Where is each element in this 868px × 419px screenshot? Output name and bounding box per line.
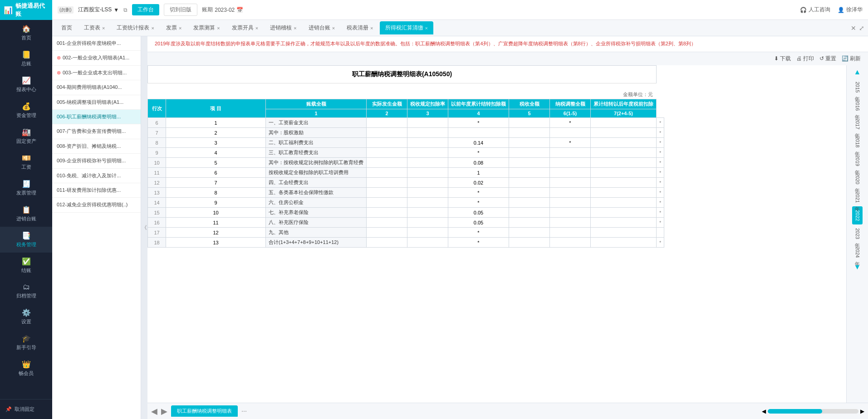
tab-进销稽核[interactable]: 进销稽核× (265, 21, 302, 34)
doc-list-item[interactable]: ⊗003-一般企业成本支出明细... (52, 66, 141, 80)
tab-close-icon[interactable]: × (151, 25, 154, 31)
year-button-2016年[interactable]: 2016年 (852, 96, 863, 114)
tab-发票[interactable]: 发票× (161, 21, 187, 34)
next-sheet-icon[interactable]: ▶ (161, 406, 167, 416)
tab-close-icon[interactable]: × (102, 25, 105, 31)
table-cell (509, 128, 550, 138)
table-row: 61一、工资薪金支出*** (148, 118, 664, 128)
sheet-options-icon[interactable]: ⋯ (241, 408, 247, 414)
sidebar-item-settlement[interactable]: ✅结账 (0, 253, 52, 278)
reset-button[interactable]: ↺ 重置 (819, 55, 836, 63)
sidebar-label-purchase-sales: 进销台账 (16, 215, 36, 222)
switch-version-button[interactable]: 切到旧版 (164, 4, 197, 16)
col-header-1: 项 目 (166, 99, 266, 118)
table-cell: 九、其他 (266, 228, 367, 238)
year-button-2022年[interactable]: 2022年 (852, 206, 863, 224)
tab-close-icon[interactable]: × (217, 25, 220, 31)
doc-list-item[interactable]: 007-广告费和业务宣传费明细... (52, 124, 141, 139)
prev-sheet-icon[interactable]: ◀ (151, 406, 157, 416)
tab-发票开具[interactable]: 发票开具× (226, 21, 264, 34)
tab-close-icon[interactable]: × (255, 25, 258, 31)
table-cell (509, 178, 550, 188)
sidebar-item-purchase-sales[interactable]: 📋进销台账 (0, 201, 52, 227)
tab-close-icon[interactable]: × (179, 25, 181, 31)
tab-close-icon[interactable]: × (294, 25, 296, 31)
period-calendar-icon[interactable]: 📅 (236, 7, 243, 13)
tab-close-icon[interactable]: × (370, 25, 373, 31)
app-logo: 📊 畅捷通易代账 (0, 0, 52, 20)
sidebar-item-guide[interactable]: 🎓新手引导 (0, 330, 52, 356)
doc-list-item[interactable]: 012-减免企业所得税优惠明细(..) (52, 198, 141, 212)
headset-icon: 🎧 (800, 7, 807, 13)
table-cell: * (550, 118, 591, 128)
download-button[interactable]: ⬇ 下载 (774, 55, 791, 63)
year-button-2015年[interactable]: 2015年 (852, 78, 863, 96)
collapse-handle[interactable]: 《 (141, 36, 147, 419)
tab-close-all-icon[interactable]: ✕ (851, 24, 856, 32)
sidebar-item-general-ledger[interactable]: 📒总账 (0, 46, 52, 72)
tab-工资统计报表[interactable]: 工资统计报表× (111, 21, 159, 34)
table-cell (591, 128, 657, 138)
doc-list-item[interactable]: 010-免税、减计收入及加计... (52, 169, 141, 183)
sidebar-item-home[interactable]: 🏠首页 (0, 20, 52, 46)
tab-expand-icon[interactable]: ⤢ (859, 24, 864, 32)
doc-list-item[interactable]: 001-企业所得税年度纳税申... (52, 36, 141, 51)
doc-list-item[interactable]: 009-企业所得税弥补亏损明细... (52, 154, 141, 168)
sidebar-item-fund-mgmt[interactable]: 💰资金管理 (0, 97, 52, 123)
tab-close-icon[interactable]: × (425, 25, 428, 31)
user-avatar[interactable]: 👤 徐泽华 (838, 6, 863, 14)
table-cell (550, 158, 591, 168)
scroll-right-icon[interactable]: ▶ (860, 408, 864, 414)
doc-item-label: 010-免税、减计收入及加计... (57, 173, 121, 178)
year-button-2023年[interactable]: 2023年 (852, 224, 863, 243)
sidebar-item-settings[interactable]: ⚙️设置 (0, 304, 52, 330)
tab-发票测算[interactable]: 发票测算× (188, 21, 225, 34)
print-button[interactable]: 🖨 打印 (796, 55, 814, 63)
tab-首页[interactable]: 首页 (56, 21, 78, 34)
doc-list-item[interactable]: 006-职工薪酬纳税调整明细... (52, 110, 141, 124)
doc-list-item[interactable]: 005-纳税调整项目明细表(A1... (52, 95, 141, 110)
sheet-tab-active[interactable]: 职工薪酬纳税调整明细表 (171, 405, 238, 417)
sidebar-item-salary[interactable]: 💴工资 (0, 149, 52, 175)
table-row: 105 其中：按税收规定比例扣除的职工教育经费0.08* (148, 158, 664, 168)
refresh-button[interactable]: 🔄 刷新 (842, 55, 861, 63)
table-cell: * (657, 168, 664, 178)
error-indicator: ⊗ (57, 70, 61, 75)
year-button-2021年[interactable]: 2021年 (852, 188, 863, 206)
table-cell (367, 118, 407, 128)
company-dropdown-icon[interactable]: ▼ (113, 7, 119, 13)
doc-list-item[interactable]: 008-资产折旧、摊销及纳税... (52, 139, 141, 154)
workspace-button[interactable]: 工作台 (132, 4, 159, 15)
sidebar-item-archive[interactable]: 🗂归档管理 (0, 278, 52, 304)
table-cell: * (448, 118, 509, 128)
period-value: 2023-02 (215, 7, 235, 13)
tab-所得税汇算清缴[interactable]: 所得税汇算清缴× (380, 21, 433, 34)
customer-service[interactable]: 🎧 人工咨询 (800, 6, 830, 14)
sidebar-item-fixed-assets[interactable]: 🏭固定资产 (0, 123, 52, 149)
doc-list-item[interactable]: 011-研发费用加计扣除优惠... (52, 183, 141, 198)
cancel-fixed-item[interactable]: 📌 取消固定 (0, 403, 52, 415)
table-cell (591, 188, 657, 198)
app-name: 畅捷通易代账 (15, 2, 49, 18)
sidebar-item-reports[interactable]: 📈报表中心 (0, 72, 52, 97)
year-button-2018年[interactable]: 2018年 (852, 133, 863, 151)
year-scroll-down[interactable]: ▼ (853, 262, 862, 272)
scroll-left-icon[interactable]: ◀ (762, 408, 766, 414)
sidebar-item-invoice-mgmt[interactable]: 🧾发票管理 (0, 175, 52, 201)
sheet-main[interactable]: 职工薪酬纳税调整明细表(A105050)金额单位：元行次项 目账载全额实际发生金… (147, 65, 846, 403)
year-button-2024年[interactable]: 2024年 (852, 243, 863, 261)
year-scroll-up[interactable]: ▲ (853, 67, 862, 77)
doc-list-item[interactable]: 004-期间费用明细表(A1040... (52, 80, 141, 95)
sidebar-item-membership[interactable]: 👑畅会员 (0, 356, 52, 381)
year-button-2020年[interactable]: 2020年 (852, 170, 863, 188)
doc-list-item[interactable]: ⊗002-一般企业收入明细表(A1... (52, 51, 141, 65)
tab-工资表[interactable]: 工资表× (78, 21, 110, 34)
tab-进销台账[interactable]: 进销台账× (303, 21, 340, 34)
tab-税表清册[interactable]: 税表清册× (341, 21, 378, 34)
year-button-2019年[interactable]: 2019年 (852, 151, 863, 170)
sidebar-item-tax-mgmt[interactable]: 📑税务管理 (0, 227, 52, 253)
year-button-2017年[interactable]: 2017年 (852, 115, 863, 133)
table-cell (367, 208, 407, 218)
copy-icon[interactable]: ⧉ (123, 7, 128, 13)
tab-close-icon[interactable]: × (332, 25, 335, 31)
